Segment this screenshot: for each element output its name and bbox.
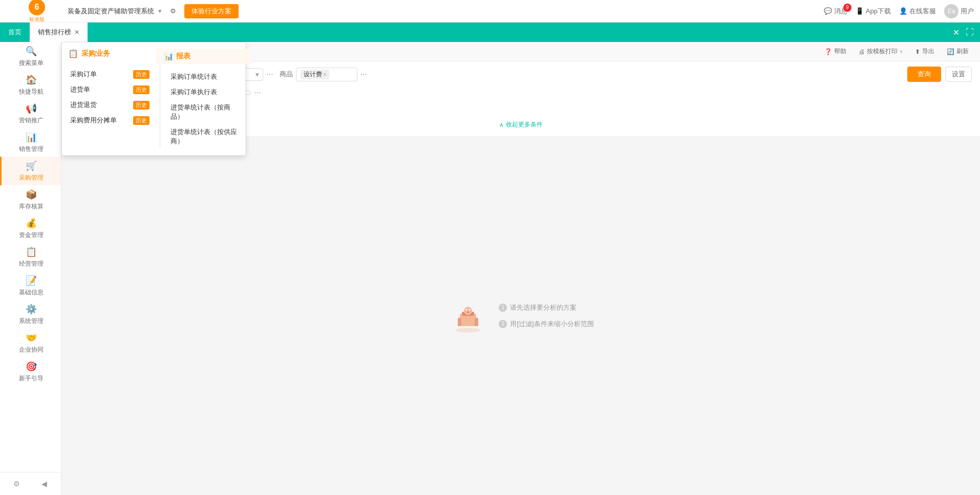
logo-icon: 6	[29, 0, 45, 15]
purchase-biz-icon: 📋	[68, 49, 78, 58]
online-service-btn[interactable]: 👤 在线客服	[899, 7, 936, 16]
sidebar-bottom: ⚙ ◀	[0, 472, 61, 495]
help-icon: ❓	[824, 48, 832, 55]
inbound-goods-stat-label: 进货单统计表（按商品）	[171, 103, 238, 121]
headset-icon: 👤	[899, 7, 907, 15]
goods-tag: 设计费 ×	[301, 70, 330, 79]
collapse-arrow-icon: ∧	[499, 121, 504, 128]
cost-history-badge: 历史	[133, 116, 150, 125]
doc-status-more-icon[interactable]: ···	[266, 70, 273, 79]
sidebar-item-quick-nav[interactable]: 🏠 快捷导航	[0, 71, 61, 99]
refresh-icon: 🔄	[947, 48, 954, 55]
avatar: Ea	[944, 4, 958, 18]
goods-tag-input[interactable]: 设计费 ×	[296, 68, 357, 81]
sales-icon: 📊	[26, 132, 37, 143]
dropdown-item-return[interactable]: 进货退货 历史	[68, 97, 152, 113]
user-label: 用户	[961, 7, 974, 16]
collapse-filter-btn[interactable]: ∧ 收起更多条件	[499, 120, 543, 129]
operations-icon: 📋	[26, 246, 37, 257]
sidebar-item-finance[interactable]: 💰 资金管理	[0, 214, 61, 243]
sidebar-item-guide-label: 新手引导	[19, 374, 44, 383]
sidebar-item-sales-label: 销售管理	[19, 145, 44, 154]
print-dropdown-icon[interactable]: ▾	[900, 48, 903, 55]
sidebar-item-operations[interactable]: 📋 经营管理	[0, 243, 61, 271]
dropdown-left-title: 📋 采购业务	[68, 49, 152, 61]
svg-point-3	[464, 307, 472, 315]
message-icon: 💬	[824, 7, 832, 15]
title-dropdown-icon[interactable]: ▾	[158, 7, 162, 15]
app-download-label: App下载	[866, 7, 891, 16]
sidebar: 🔍 搜索菜单 🏠 快捷导航 📢 营销推广 📊 销售管理 🛒 采购管理 📦 库存核…	[0, 42, 61, 495]
inbound-label: 进货单	[70, 85, 90, 94]
sidebar-item-finance-label: 资金管理	[19, 231, 44, 240]
industry-btn[interactable]: 体验行业方案	[184, 4, 239, 18]
query-btn[interactable]: 查询	[907, 67, 941, 82]
tab-close-icon[interactable]: ✕	[74, 29, 79, 36]
sidebar-settings-btn[interactable]: ⚙	[4, 477, 30, 491]
tab-maximize-icon[interactable]: ⛶	[964, 26, 976, 39]
sidebar-item-search[interactable]: 🔍 搜索菜单	[0, 42, 61, 71]
help-btn[interactable]: ❓ 帮助	[821, 45, 849, 58]
tab-home[interactable]: 首页	[0, 23, 30, 42]
refresh-btn[interactable]: 🔄 刷新	[944, 45, 972, 58]
online-service-label: 在线客服	[909, 7, 936, 16]
tab-sales-ranking-label: 销售排行榜	[38, 28, 71, 37]
logo-area: 6 标准版	[6, 0, 68, 23]
sidebar-item-sales[interactable]: 📊 销售管理	[0, 128, 61, 157]
help-label: 帮助	[834, 47, 846, 56]
dropdown-item-order-stat[interactable]: 采购订单统计表	[168, 69, 240, 84]
top-bar: 6 标准版 装备及固定资产辅助管理系统 ▾ ⚙ 体验行业方案 💬 消息 9 📱 …	[0, 0, 980, 23]
tab-close-all-icon[interactable]: ✕	[951, 26, 962, 39]
dropdown-right-title: 📊 报表	[156, 49, 252, 64]
salesperson-more-icon[interactable]: ···	[254, 88, 261, 97]
sidebar-item-operations-label: 经营管理	[19, 260, 44, 268]
dropdown-columns: 📋 采购业务 采购订单 历史 进货单 历史 进货退货 历史 采购费用分摊单 历史	[62, 49, 245, 149]
message-btn[interactable]: 💬 消息 9	[824, 7, 847, 16]
report-icon: 📊	[164, 52, 173, 60]
sidebar-item-inventory[interactable]: 📦 库存核算	[0, 185, 61, 214]
message-badge: 9	[843, 4, 851, 12]
settings-btn[interactable]: 设置	[945, 67, 972, 82]
system-settings-icon[interactable]: ⚙	[166, 4, 180, 18]
print-icon: 🖨	[859, 48, 865, 55]
sidebar-item-basic-info[interactable]: 📝 基础信息	[0, 271, 61, 300]
dropdown-right-col: 📊 报表 采购订单统计表 采购订单执行表 进货单统计表（按商品） 进货单统计表（…	[162, 49, 246, 149]
avatar-text: Ea	[948, 8, 955, 15]
user-menu-btn[interactable]: Ea 用户	[944, 4, 974, 18]
sidebar-item-cooperation[interactable]: 🤝 企业协同	[0, 329, 61, 357]
order-stat-label: 采购订单统计表	[171, 72, 217, 81]
dropdown-item-order-exec[interactable]: 采购订单执行表	[168, 84, 240, 100]
dropdown-item-inbound[interactable]: 进货单 历史	[68, 82, 152, 97]
app-download-btn[interactable]: 📱 App下载	[856, 7, 891, 16]
print-btn[interactable]: 🖨 按模板打印 ▾	[856, 45, 906, 58]
sidebar-collapse-btn[interactable]: ◀	[32, 477, 57, 491]
system-icon: ⚙️	[26, 304, 37, 315]
svg-rect-8	[475, 318, 478, 326]
goods-tag-close-icon[interactable]: ×	[324, 72, 327, 77]
export-btn[interactable]: ⬆ 导出	[912, 45, 938, 58]
cost-label: 采购费用分摊单	[70, 116, 117, 125]
sidebar-item-quick-nav-label: 快捷导航	[19, 88, 44, 96]
sidebar-item-purchase[interactable]: 🛒 采购管理	[0, 157, 61, 185]
return-history-badge: 历史	[133, 101, 150, 110]
system-title-area: 装备及固定资产辅助管理系统 ▾ ⚙ 体验行业方案	[68, 4, 824, 18]
inbound-history-badge: 历史	[133, 85, 150, 94]
logo-text: 标准版	[29, 16, 45, 23]
dropdown-left-title-text: 采购业务	[81, 49, 110, 58]
svg-point-4	[466, 309, 467, 310]
sidebar-item-cooperation-label: 企业协同	[19, 346, 44, 354]
dropdown-item-cost[interactable]: 采购费用分摊单 历史	[68, 113, 152, 128]
dropdown-item-purchase-order[interactable]: 采购订单 历史	[68, 67, 152, 82]
sidebar-item-purchase-label: 采购管理	[19, 174, 44, 182]
dropdown-item-inbound-goods-stat[interactable]: 进货单统计表（按商品）	[168, 100, 240, 124]
purchase-dropdown-menu: 📋 采购业务 采购订单 历史 进货单 历史 进货退货 历史 采购费用分摊单 历史	[61, 42, 246, 156]
export-icon: ⬆	[915, 48, 920, 55]
empty-tip-2: 2 用[过滤]条件来缩小分析范围	[499, 317, 593, 331]
goods-more-icon[interactable]: ···	[360, 70, 367, 79]
dropdown-item-inbound-supplier-stat[interactable]: 进货单统计表（按供应商）	[168, 124, 240, 149]
sidebar-item-guide[interactable]: 🎯 新手引导	[0, 357, 61, 386]
sidebar-item-system[interactable]: ⚙️ 系统管理	[0, 300, 61, 329]
sidebar-item-marketing[interactable]: 📢 营销推广	[0, 99, 61, 128]
tab-sales-ranking[interactable]: 销售排行榜 ✕	[30, 23, 88, 42]
home-icon: 🏠	[26, 74, 37, 85]
